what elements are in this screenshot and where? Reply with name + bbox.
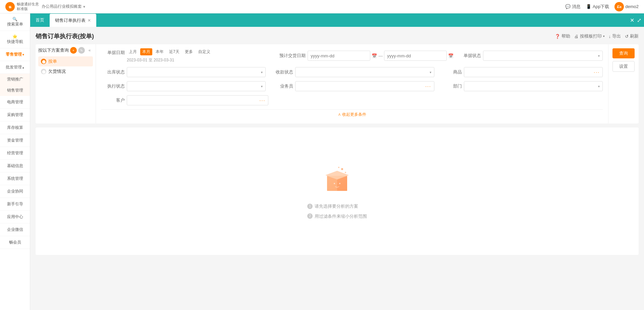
date-tab-this-month[interactable]: 本月 — [140, 48, 152, 55]
svg-text:畅: 畅 — [9, 6, 11, 9]
sidebar-sub-section: 营销推广 销售管理 — [0, 74, 30, 96]
goods-input[interactable]: ··· — [464, 67, 603, 77]
customer-input[interactable]: ··· — [127, 95, 268, 105]
empty-step-2: 2 用过滤条件来缩小分析范围 — [307, 212, 367, 220]
user-profile-button[interactable]: Ea demo2 — [614, 2, 639, 11]
sidebar-item-enterprise-wechat[interactable]: 企业微信 — [0, 223, 30, 236]
filter-row-3: 执行状态 ▾ 业务员 ··· — [101, 81, 603, 91]
query-button[interactable]: 查询 — [612, 48, 635, 58]
exec-status-filter: 执行状态 ▾ — [101, 81, 266, 91]
breadcrumb: 办公用品行业模拟账套 ▾ — [42, 4, 85, 9]
scheme-item-by-order[interactable]: ⬤ 按单 — [38, 56, 93, 66]
goods-filter: 商品 ··· — [438, 67, 603, 77]
main-filter-area: 单据日期 上月 本月 本年 近7天 更多 自定义 20 — [96, 44, 608, 123]
scheme-edit-button[interactable]: ✎ — [78, 47, 85, 54]
date-tab-this-year[interactable]: 本年 — [154, 48, 166, 55]
goods-more-icon[interactable]: ··· — [594, 69, 600, 75]
salesperson-filter: 业务员 ··· — [270, 81, 434, 91]
collapse-more-button[interactable]: ∧ 收起更多条件 — [101, 109, 603, 119]
print-button[interactable]: 🖨 按模板打印 ▾ — [574, 33, 605, 39]
tab-maximize-icon[interactable]: ⤢ — [637, 17, 641, 23]
sidebar-item-member[interactable]: 畅会员 — [0, 236, 30, 249]
date-tab-last-month[interactable]: 上月 — [127, 48, 139, 55]
logo-area: 畅 畅捷通好生意 标准版 — [5, 2, 39, 11]
svg-point-4 — [345, 172, 346, 173]
settings-button[interactable]: 设置 — [612, 61, 635, 72]
sidebar-item-basic[interactable]: 基础信息 — [0, 160, 30, 172]
date-range-text: 2023-03-01 至 2023-03-31 — [127, 57, 275, 63]
sidebar-item-app-center[interactable]: 应用中心 — [0, 211, 30, 223]
sidebar-item-finance[interactable]: 资金管理 — [0, 134, 30, 147]
svg-point-5 — [338, 167, 339, 168]
tab-bar-right: ✕ ⤢ — [630, 17, 644, 23]
page-actions: ❓ 帮助 🖨 按模板打印 ▾ ↓ 导出 ↺ 刷新 — [555, 33, 639, 39]
scheme-collapse-button[interactable]: « — [86, 47, 93, 54]
exec-status-select[interactable]: ▾ — [127, 81, 266, 91]
empty-state-text: 1 请先选择要分析的方案 2 用过滤条件来缩小分析范围 — [307, 202, 367, 220]
date-tab-more[interactable]: 更多 — [183, 48, 195, 55]
sidebar-item-sales-mgmt[interactable]: 销售管理 — [0, 85, 30, 96]
empty-state: 1 请先选择要分析的方案 2 用过滤条件来缩小分析范围 — [301, 142, 374, 240]
sidebar-item-marketing[interactable]: 营销推广 — [0, 74, 30, 85]
date-start-input[interactable] — [308, 51, 370, 61]
quicknav-icon: ⭐ — [12, 34, 17, 39]
app-download-button[interactable]: 📱 App下载 — [586, 4, 609, 10]
filter-row-2: 出库状态 ▾ 收款状态 ▾ — [101, 67, 603, 77]
tab-close-all-icon[interactable]: ✕ — [630, 17, 634, 23]
page-header: 销售订单执行表(按单) ❓ 帮助 🖨 按模板打印 ▾ ↓ 导出 — [36, 32, 639, 40]
tab-close-button[interactable]: ✕ — [88, 18, 91, 23]
main-layout: 🔍 搜索菜单 ⭐ 快捷导航 零售管理 ▾ 批发管理 ▴ 营销推广 销售管理 电商… — [0, 13, 644, 310]
sidebar-item-system[interactable]: 系统管理 — [0, 172, 30, 185]
sidebar-item-purchase[interactable]: 采购管理 — [0, 109, 30, 121]
sidebar-item-search[interactable]: 🔍 搜索菜单 — [0, 13, 30, 31]
search-icon: 🔍 — [12, 17, 17, 21]
export-button[interactable]: ↓ 导出 — [609, 33, 621, 39]
sidebar-item-operations[interactable]: 经营管理 — [0, 147, 30, 160]
date-tab-custom[interactable]: 自定义 — [196, 48, 212, 55]
sidebar: 🔍 搜索菜单 ⭐ 快捷导航 零售管理 ▾ 批发管理 ▴ 营销推广 销售管理 电商… — [0, 13, 30, 310]
tab-home[interactable]: 首页 — [30, 13, 50, 27]
message-button[interactable]: 💬 消息 — [565, 4, 581, 10]
scheme-header: 按以下方案查询 + ✎ « — [38, 47, 93, 54]
sidebar-item-newbie[interactable]: 新手引导 — [0, 198, 30, 211]
refresh-button[interactable]: ↺ 刷新 — [625, 33, 639, 39]
print-arrow-icon: ▾ — [603, 35, 605, 38]
page-content: 销售订单执行表(按单) ❓ 帮助 🖨 按模板打印 ▾ ↓ 导出 — [30, 27, 644, 310]
query-btn-area: 查询 设置 — [608, 44, 639, 123]
sidebar-item-ecommerce[interactable]: 电商管理 — [0, 96, 30, 109]
sidebar-item-retail[interactable]: 零售管理 ▾ — [0, 48, 30, 61]
sidebar-item-quick-nav[interactable]: ⭐ 快捷导航 — [0, 31, 30, 48]
date-tabs: 上月 本月 本年 近7天 更多 自定义 — [127, 48, 275, 55]
collection-status-filter: 收款状态 ▾ — [270, 67, 434, 77]
customer-filter: 客户 ··· — [101, 95, 268, 105]
department-filter: 部门 ▾ — [438, 81, 603, 91]
chevron-up-icon: ▴ — [22, 66, 24, 69]
date-end-input[interactable] — [384, 51, 447, 61]
help-button[interactable]: ❓ 帮助 — [555, 33, 570, 39]
svg-point-6 — [334, 183, 335, 184]
calendar-end-icon[interactable]: 📅 — [448, 53, 453, 58]
scheme-item-icon-order: ⬤ — [41, 59, 46, 64]
chevron-down-icon: ▾ — [261, 85, 263, 88]
date-tab-last7[interactable]: 近7天 — [167, 48, 181, 55]
sidebar-item-enterprise-coop[interactable]: 企业协同 — [0, 185, 30, 198]
doc-status-select[interactable]: ▾ — [483, 51, 603, 61]
logo-text: 畅捷通好生意 标准版 — [17, 2, 39, 11]
content-area: 首页 销售订单执行表 ✕ ✕ ⤢ 销售订单执行表(按单) ❓ 帮助 — [30, 13, 644, 310]
breadcrumb-arrow-icon[interactable]: ▾ — [83, 4, 85, 9]
delivery-status-select[interactable]: ▾ — [127, 67, 266, 77]
calendar-start-icon[interactable]: 📅 — [372, 53, 377, 58]
customer-more-icon[interactable]: ··· — [260, 98, 266, 103]
tab-sales-order-exec[interactable]: 销售订单执行表 ✕ — [50, 14, 96, 27]
delivery-status-filter: 出库状态 ▾ — [101, 67, 266, 77]
department-select[interactable]: ▾ — [464, 81, 603, 91]
salesperson-input[interactable]: ··· — [295, 81, 434, 91]
scheme-item-ar-status[interactable]: ⬤ 欠货情况 — [38, 66, 93, 76]
sidebar-item-wholesale[interactable]: 批发管理 ▴ — [0, 61, 30, 74]
help-icon: ❓ — [555, 34, 560, 39]
scheme-add-button[interactable]: + — [70, 47, 77, 54]
salesperson-more-icon[interactable]: ··· — [425, 84, 431, 89]
svg-point-7 — [339, 183, 340, 184]
collection-status-select[interactable]: ▾ — [295, 67, 434, 77]
sidebar-item-inventory[interactable]: 库存核算 — [0, 121, 30, 134]
